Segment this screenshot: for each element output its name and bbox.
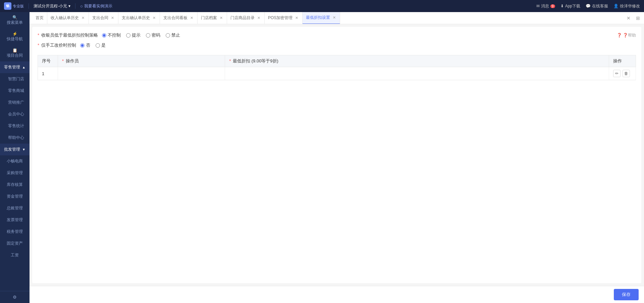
sidebar-item-project-contract[interactable]: 📋 项目合同 [0,45,30,61]
col-min-discount: * 最低折扣 (9.00等于9折) [225,55,609,67]
strategy-radio-forbid[interactable] [166,33,170,38]
strategy-label: * 收银员低于最低折扣控制策略 [38,32,98,38]
settings-button[interactable]: ⚙ [0,291,30,303]
tab-store-catalog-close[interactable]: ✕ [257,15,261,20]
sidebar-item-marketing[interactable]: 营销推广 [0,97,30,108]
tab-income-history-label: 收入确认单历史 [51,15,79,21]
sidebar-item-batch-mgmt[interactable]: 批发管理 ▼ [0,144,30,155]
strategy-row: * 收银员低于最低折扣控制策略 不控制 提示 [38,32,636,38]
tab-store-file[interactable]: 门店档案 ✕ [198,12,227,24]
tab-pos-manage[interactable]: POS加密管理 ✕ [265,12,303,24]
sidebar-item-member-center[interactable]: 会员中心 [0,108,30,120]
page-footer: 保存 [30,286,644,303]
table-container: 序号 * 操作员 * 最低折扣 (9.00等于9折) [38,52,636,80]
sidebar-item-fixed-assets[interactable]: 固定资产 [0,238,30,249]
manual-row: * 仅手工改价时控制 否 是 [38,42,636,48]
sidebar-label-retail: 零售管理 [4,64,20,70]
tab-close-button[interactable]: ✕ [625,15,632,21]
tab-payment-board-label: 支出合同看板 [163,15,187,21]
tab-min-discount[interactable]: 最低折扣设置 ✕ [303,12,340,24]
help-link[interactable]: ❓ ❓帮助 [617,33,636,38]
manual-option-no[interactable]: 否 [80,42,90,48]
tab-income-history[interactable]: 收入确认单历史 ✕ [47,12,89,24]
app-download-button[interactable]: ⬇ App下载 [560,3,580,9]
tab-store-file-label: 门店档案 [201,15,217,21]
user-profile-button[interactable]: 👤 徐泽华修改 [613,3,640,9]
sidebar-item-accounting[interactable]: 总账管理 [0,202,30,214]
strategy-radio-remind[interactable] [126,33,130,38]
strategy-radio-password[interactable] [146,33,150,38]
tab-payment-contract-close[interactable]: ✕ [110,15,115,20]
tab-payment-contract[interactable]: 支出合同 ✕ [89,12,118,24]
tab-income-history-close[interactable]: ✕ [81,15,85,20]
sidebar-item-inventory[interactable]: 库存核算 [0,179,30,191]
strategy-option-remind[interactable]: 提示 [126,32,141,38]
sidebar-label-marketing: 营销推广 [5,100,27,105]
sidebar-label-accounting: 总账管理 [3,205,27,211]
cell-min-discount [225,67,609,80]
sidebar-item-finance[interactable]: 资金管理 [0,191,30,202]
logo-text: 专业版 [13,4,24,9]
sidebar-item-salary[interactable]: 工资 [0,249,30,261]
sidebar-item-quick-nav[interactable]: ⚡ 快捷导航 [0,29,30,45]
sidebar-item-retail-mall[interactable]: 零售商城 [0,85,30,97]
save-button[interactable]: 保存 [614,289,639,300]
strategy-password-label: 密码 [152,32,160,38]
tab-min-discount-close[interactable]: ✕ [332,15,336,20]
quicknav-icon: ⚡ [3,32,27,36]
tab-store-file-close[interactable]: ✕ [219,15,223,20]
strategy-radio-no-control[interactable] [102,33,106,38]
sidebar-label-batch: 批发管理 [4,147,20,152]
tab-payment-board[interactable]: 支出合同看板 ✕ [160,12,198,24]
strategy-radio-group: 不控制 提示 密码 禁 [102,32,180,38]
table-body: 1 ✏ 🗑 [38,67,636,80]
message-icon: ✉ [536,4,540,8]
manual-option-yes[interactable]: 是 [96,42,106,48]
strategy-option-no-control[interactable]: 不控制 [102,32,121,38]
tab-store-catalog-label: 门店商品目录 [230,15,255,21]
tab-min-discount-label: 最低折扣设置 [306,15,330,20]
tab-bar: 首页 收入确认单历史 ✕ 支出合同 ✕ 支出确认单历史 ✕ 支出合同看板 ✕ 门… [30,12,644,24]
sidebar-label-fixed-assets: 固定资产 [3,241,27,246]
messages-badge: 9 [550,4,555,8]
strategy-remind-label: 提示 [132,32,141,38]
sidebar-item-help-center[interactable]: 帮助中心 [0,132,30,144]
sidebar-label-retail-mall: 零售商城 [5,88,27,94]
sidebar-item-invoice[interactable]: 发票管理 [0,214,30,226]
tab-pos-manage-label: POS加密管理 [268,15,292,21]
edit-button[interactable]: ✏ [613,70,621,77]
tab-payment-history-close[interactable]: ✕ [152,15,156,20]
sidebar-item-purchase-mgmt[interactable]: 采购管理 [0,167,30,179]
sidebar-item-retail-mgmt[interactable]: 零售管理 ▲ [0,61,30,73]
sidebar-item-ecommerce[interactable]: 小畅电商 [0,155,30,167]
sidebar-item-tax[interactable]: 税务管理 [0,226,30,238]
page-content: * 收银员低于最低折扣控制策略 不控制 提示 [32,27,641,283]
tab-payment-board-close[interactable]: ✕ [190,15,194,20]
sidebar-item-smart-store[interactable]: 智慧门店 [0,73,30,85]
form-section: * 收银员低于最低折扣控制策略 不控制 提示 [38,32,636,48]
tab-actions: ✕ ⊞ [625,15,641,21]
search-icon: 🔍 [3,15,27,20]
tab-home[interactable]: 首页 [32,12,47,24]
strategy-option-forbid[interactable]: 禁止 [166,32,180,38]
cell-actions: ✏ 🗑 [609,67,636,80]
tab-payment-history[interactable]: 支出确认单历史 ✕ [118,12,160,24]
delete-button[interactable]: 🗑 [623,70,630,77]
cell-seq: 1 [38,67,58,80]
messages-button[interactable]: ✉ 消息 9 [536,3,555,9]
strategy-option-password[interactable]: 密码 [146,32,160,38]
manual-radio-yes[interactable] [96,43,100,48]
sidebar: 🔍 搜索菜单 ⚡ 快捷导航 📋 项目合同 零售管理 ▲ 智慧门店 零售商城 营销… [0,12,30,303]
tab-store-catalog[interactable]: 门店商品目录 ✕ [227,12,265,24]
help-icon: ❓ [617,33,622,38]
tab-pos-manage-close[interactable]: ✕ [294,15,299,20]
sidebar-item-retail-stats[interactable]: 零售统计 [0,120,30,132]
demo-link[interactable]: ○ 我要看实例演示 [80,3,112,9]
project-selector[interactable]: 测试分开流程-小兄 ▾ [34,3,70,9]
tab-payment-history-label: 支出确认单历史 [122,15,150,21]
manual-radio-no[interactable] [80,43,85,48]
online-support-button[interactable]: 💬 在线客服 [586,3,608,9]
sidebar-label-quicknav: 快捷导航 [3,36,27,42]
sidebar-item-search[interactable]: 🔍 搜索菜单 [0,12,30,29]
tab-expand-button[interactable]: ⊞ [635,15,641,21]
